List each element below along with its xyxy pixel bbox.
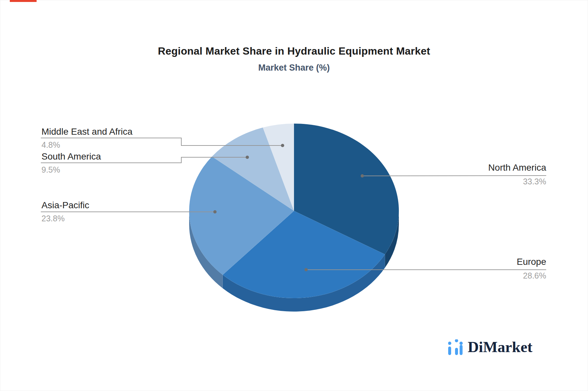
leader-dot-north-america bbox=[361, 174, 364, 178]
slice-label: North America bbox=[488, 163, 546, 173]
callout-south-america: South America 9.5% bbox=[41, 152, 101, 175]
slice-percent: 4.8% bbox=[41, 140, 133, 150]
slice-percent: 9.5% bbox=[41, 165, 101, 175]
slice-percent: 28.6% bbox=[517, 271, 546, 280]
brand-logo: DiMarket bbox=[448, 339, 532, 355]
slice-percent: 33.3% bbox=[488, 177, 546, 186]
slice-percent: 23.8% bbox=[41, 213, 89, 223]
callout-asia-pacific: Asia-Pacific 23.8% bbox=[41, 200, 89, 223]
callout-middle-east-and-africa: Middle East and Africa 4.8% bbox=[41, 127, 133, 150]
slice-label: Asia-Pacific bbox=[41, 200, 89, 210]
brand-name: DiMarket bbox=[468, 339, 532, 355]
callout-europe: Europe 28.6% bbox=[517, 257, 546, 280]
pie-chart bbox=[0, 0, 588, 391]
slice-label: Europe bbox=[517, 257, 546, 267]
leader-dot-europe bbox=[304, 268, 308, 271]
bar-chart-logo-icon bbox=[448, 339, 463, 355]
leader-dot-middle-east-and-africa bbox=[281, 144, 284, 147]
slice-label: South America bbox=[41, 152, 101, 162]
leader-dot-south-america bbox=[246, 156, 249, 159]
leader-dot-asia-pacific bbox=[213, 210, 217, 213]
callout-north-america: North America 33.3% bbox=[488, 163, 546, 186]
slice-label: Middle East and Africa bbox=[41, 127, 133, 137]
chart-page: Regional Market Share in Hydraulic Equip… bbox=[0, 0, 588, 391]
